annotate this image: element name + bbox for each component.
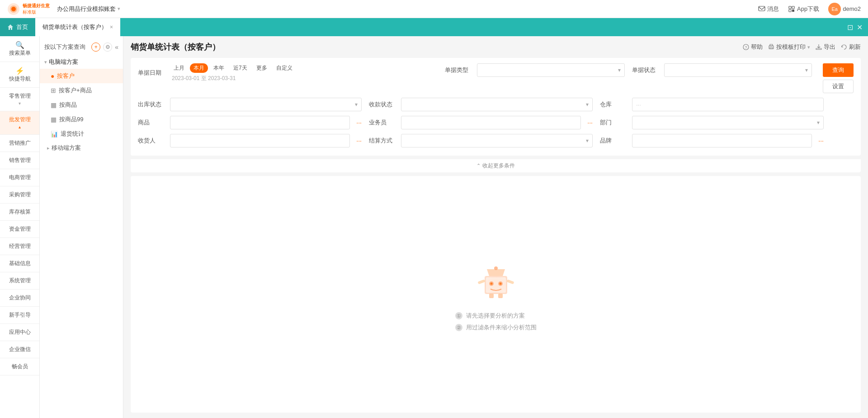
plan-collapse-button[interactable]: « bbox=[115, 43, 118, 51]
empty-state: ① 请先选择要分析的方案 ② 用过滤条件来缩小分析范围 bbox=[131, 176, 861, 413]
sidebar-item-purchase[interactable]: 采购管理 bbox=[0, 186, 39, 204]
quicknav-icon: ⚡ bbox=[2, 66, 38, 75]
recipient-more-icon[interactable]: ··· bbox=[356, 137, 362, 144]
plan-group-mobile-label: 移动端方案 bbox=[52, 144, 81, 152]
sidebar-item-newbie[interactable]: 新手引导 bbox=[0, 307, 39, 324]
date-btn-last-7-days[interactable]: 近7天 bbox=[230, 63, 251, 73]
right-actions: 查询 设置 bbox=[819, 63, 854, 93]
svg-rect-21 bbox=[477, 279, 485, 284]
tab-home[interactable]: 首页 bbox=[0, 18, 35, 36]
date-btn-last-month[interactable]: 上月 bbox=[170, 63, 188, 73]
plan-add-button[interactable]: + bbox=[91, 43, 100, 52]
sidebar-item-quicknav[interactable]: ⚡ 快捷导航 bbox=[0, 62, 39, 88]
settlement-dropdown[interactable]: ▾ bbox=[401, 134, 593, 147]
plan-panel: 按以下方案查询 + ⚙ « ▾ 电脑端方案 ● 按客户 ⊞ 按 bbox=[40, 36, 123, 418]
sidebar-item-member[interactable]: 畅会员 bbox=[0, 358, 39, 375]
export-button[interactable]: 导出 bbox=[816, 43, 835, 51]
window-close-icon[interactable]: ✕ bbox=[857, 23, 863, 32]
date-btn-this-year[interactable]: 本年 bbox=[210, 63, 228, 73]
collapse-row[interactable]: ⌃ 收起更多条件 bbox=[131, 159, 861, 172]
settings-button[interactable]: 设置 bbox=[823, 80, 854, 93]
out-status-arrow-icon: ▾ bbox=[355, 101, 358, 108]
sidebar-item-wholesale[interactable]: 批发管理 ▴ bbox=[0, 111, 39, 135]
date-quick-selector: 上月 本月 本年 近7天 更多 自定义 bbox=[170, 63, 296, 73]
brand-more-icon[interactable]: ··· bbox=[818, 137, 824, 144]
plan-item-customer-goods[interactable]: ⊞ 按客户+商品 bbox=[40, 83, 123, 98]
payment-status-dropdown[interactable]: ▾ bbox=[401, 98, 593, 111]
refresh-button[interactable]: 刷新 bbox=[841, 43, 861, 51]
main-content: 销货单统计表（按客户） ? 帮助 bbox=[123, 36, 868, 418]
sidebar-item-sales-mgmt[interactable]: 销售管理 bbox=[0, 152, 39, 169]
sidebar-item-basic-info[interactable]: 基础信息 bbox=[0, 255, 39, 272]
tip-num-2: ② bbox=[455, 324, 462, 331]
svg-marker-8 bbox=[8, 24, 13, 30]
brand-dropdown[interactable] bbox=[632, 134, 812, 147]
plan-item-return-stat[interactable]: 📊 退货统计 bbox=[40, 127, 123, 141]
page-title-bar: 销货单统计表（按客户） ? 帮助 bbox=[131, 42, 861, 52]
date-btn-this-month[interactable]: 本月 bbox=[190, 63, 208, 73]
retail-arrow-icon: ▾ bbox=[19, 101, 21, 106]
plan-group-desktop-header[interactable]: ▾ 电脑端方案 bbox=[40, 55, 123, 69]
query-button[interactable]: 查询 bbox=[823, 63, 854, 77]
wholesale-arrow-icon: ▴ bbox=[19, 124, 21, 129]
logo-icon bbox=[7, 3, 20, 15]
message-action[interactable]: 消息 bbox=[758, 5, 779, 13]
payment-status-label: 收款状态 bbox=[369, 100, 394, 109]
settlement-label: 结算方式 bbox=[369, 137, 394, 145]
page-actions: ? 帮助 按模板打印 ▾ bbox=[743, 43, 861, 51]
out-status-dropdown[interactable]: ▾ bbox=[170, 98, 362, 111]
tab-sales-stat-label: 销货单统计表（按客户） bbox=[42, 23, 107, 31]
plan-settings-button[interactable]: ⚙ bbox=[103, 43, 112, 52]
tab-sales-stat[interactable]: 销货单统计表（按客户） × bbox=[35, 18, 120, 36]
sidebar-item-finance[interactable]: 资金管理 bbox=[0, 221, 39, 238]
sidebar-item-newbie-label: 新手引导 bbox=[2, 311, 38, 319]
sidebar-item-enterprise[interactable]: 企业协同 bbox=[0, 290, 39, 307]
doc-status-dropdown[interactable]: ▾ bbox=[664, 63, 812, 77]
goods-more-icon[interactable]: ··· bbox=[356, 119, 362, 126]
warehouse-placeholder: ··· bbox=[636, 101, 641, 108]
settlement-arrow-icon: ▾ bbox=[586, 138, 589, 144]
by-goods-icon: ▦ bbox=[51, 101, 57, 109]
sidebar-item-operations[interactable]: 经营管理 bbox=[0, 238, 39, 255]
sidebar-item-app-center[interactable]: 应用中心 bbox=[0, 324, 39, 341]
help-button[interactable]: ? 帮助 bbox=[743, 43, 763, 51]
sidebar-item-inventory[interactable]: 库存核算 bbox=[0, 204, 39, 221]
plan-item-by-goods-99[interactable]: ▦ 按商品99 bbox=[40, 112, 123, 127]
sidebar-item-search[interactable]: 🔍 搜索菜单 bbox=[0, 36, 39, 62]
sidebar-item-marketing[interactable]: 营销推广 bbox=[0, 135, 39, 152]
svg-rect-14 bbox=[816, 48, 821, 50]
plan-item-by-goods[interactable]: ▦ 按商品 bbox=[40, 98, 123, 112]
recipient-dropdown[interactable] bbox=[170, 134, 350, 147]
warehouse-dropdown[interactable]: ··· bbox=[632, 98, 824, 111]
sidebar-item-wechat[interactable]: 企业微信 bbox=[0, 341, 39, 358]
plan-panel-actions: + ⚙ « bbox=[91, 43, 118, 52]
sidebar-item-ecommerce[interactable]: 电商管理 bbox=[0, 169, 39, 186]
svg-point-19 bbox=[490, 282, 492, 285]
user-action[interactable]: Ea demo2 bbox=[828, 3, 861, 15]
industry-selector[interactable]: 办公用品行业模拟账套 ▾ bbox=[53, 5, 124, 13]
sidebar-item-system[interactable]: 系统管理 bbox=[0, 272, 39, 290]
template-print-button[interactable]: 按模板打印 ▾ bbox=[768, 43, 810, 51]
logo-text: 畅捷通好生意 标准版 bbox=[23, 3, 50, 15]
salesperson-dropdown[interactable] bbox=[401, 116, 581, 129]
goods-dropdown[interactable] bbox=[170, 116, 350, 129]
doc-type-label: 单据类型 bbox=[445, 66, 470, 74]
svg-point-23 bbox=[494, 266, 498, 270]
help-label: 帮助 bbox=[751, 43, 763, 51]
plan-panel-title: 按以下方案查询 bbox=[44, 43, 85, 51]
sidebar-item-search-label: 搜索菜单 bbox=[2, 49, 38, 57]
date-btn-more[interactable]: 更多 bbox=[253, 63, 271, 73]
sidebar-item-retail-label: 零售管理 bbox=[2, 92, 38, 100]
department-dropdown[interactable]: ▾ bbox=[632, 116, 824, 129]
app-download-action[interactable]: App下载 bbox=[788, 5, 819, 13]
department-label: 部门 bbox=[600, 119, 625, 127]
window-restore-icon[interactable]: ⊡ bbox=[847, 23, 853, 32]
date-btn-custom[interactable]: 自定义 bbox=[273, 63, 296, 73]
tab-close-icon[interactable]: × bbox=[110, 24, 113, 30]
plan-item-by-customer[interactable]: ● 按客户 bbox=[40, 69, 123, 83]
sidebar-item-sales-mgmt-label: 销售管理 bbox=[2, 157, 38, 164]
salesperson-more-icon[interactable]: ··· bbox=[587, 119, 593, 126]
doc-type-dropdown[interactable]: ▾ bbox=[477, 63, 625, 77]
sidebar-item-retail[interactable]: 零售管理 ▾ bbox=[0, 88, 39, 111]
plan-group-mobile-header[interactable]: ▸ 移动端方案 bbox=[40, 141, 123, 155]
